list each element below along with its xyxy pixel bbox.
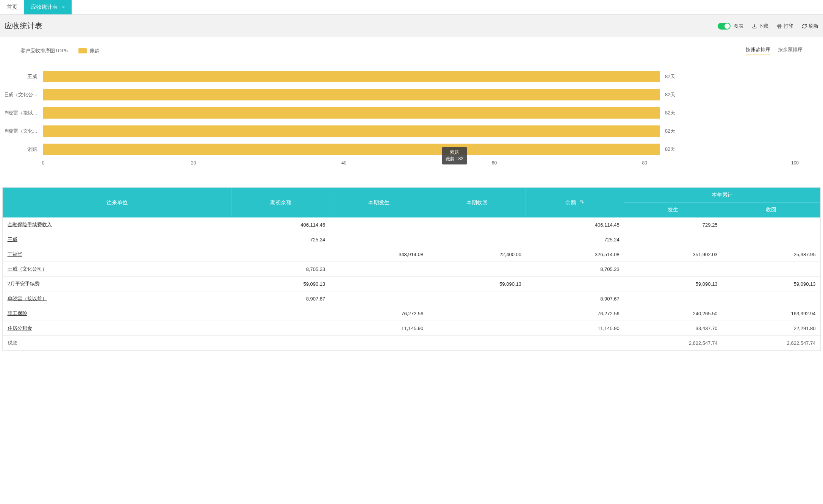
- chart-bar[interactable]: [43, 89, 660, 100]
- table-row: 王威725.24725.24: [3, 232, 820, 247]
- refresh-icon: [802, 23, 807, 29]
- tab-label: 应收统计表: [31, 4, 58, 10]
- chart-x-tick: 0: [42, 160, 45, 166]
- sort-by-balance[interactable]: 按余额排序: [778, 46, 803, 55]
- chart-x-tick: 20: [191, 160, 196, 166]
- cell-occur: [330, 336, 428, 351]
- th-year-occur[interactable]: 发生: [624, 203, 722, 218]
- chart-y-label: 王威: [5, 67, 40, 86]
- cell-balance: 8,907.67: [526, 291, 624, 306]
- cell-y_recover: 163,992.94: [722, 306, 820, 321]
- sort-by-age[interactable]: 按账龄排序: [746, 46, 770, 55]
- refresh-button[interactable]: 刷新: [802, 23, 818, 30]
- chart-x-axis: 020406080100: [43, 160, 795, 168]
- cell-occur: [330, 262, 428, 277]
- cell-recover: [428, 262, 526, 277]
- chart-bar-value: 82天: [665, 91, 675, 98]
- chart-bar[interactable]: [43, 107, 660, 119]
- chart-toggle[interactable]: 图表: [718, 23, 743, 30]
- table-row: 王威（文化公司）8,705.238,705.23: [3, 262, 820, 277]
- print-label: 打印: [784, 23, 793, 30]
- toggle-switch-icon[interactable]: [718, 23, 731, 30]
- page-header: 应收统计表 图表 下载 打印 刷新: [0, 15, 823, 37]
- cell-balance: 326,514.08: [526, 247, 624, 262]
- cell-opening: [232, 247, 330, 262]
- cell-y_recover: 22,291.80: [722, 321, 820, 336]
- unit-link[interactable]: 税款: [8, 340, 17, 346]
- table-row: 2月平安手续费59,090.1359,090.1359,090.1359,090…: [3, 277, 820, 291]
- chart-y-label: 索赔: [5, 140, 40, 158]
- cell-recover: [428, 291, 526, 306]
- header-actions: 图表 下载 打印 刷新: [718, 23, 818, 30]
- unit-link[interactable]: 王威: [8, 236, 17, 242]
- print-button[interactable]: 打印: [777, 23, 793, 30]
- cell-occur: [330, 232, 428, 247]
- cell-opening: [232, 321, 330, 336]
- chart-x-tick: 40: [341, 160, 346, 166]
- cell-y_occur: [624, 262, 722, 277]
- th-year-recover[interactable]: 收回: [722, 203, 820, 218]
- cell-y_occur: 59,090.13: [624, 277, 722, 291]
- cell-unit: 职工保险: [3, 306, 232, 321]
- sort-desc-icon: [579, 199, 584, 204]
- chart-area: 王威王威（文化公...单晓雷（接以...单晓雷（文化...索赔 82天82天82…: [43, 67, 795, 168]
- unit-link[interactable]: 丁福华: [8, 251, 22, 257]
- cell-opening: [232, 336, 330, 351]
- th-balance[interactable]: 余额: [526, 188, 624, 218]
- unit-link[interactable]: 职工保险: [8, 310, 27, 316]
- chart-x-tick: 100: [791, 160, 799, 166]
- chart-bar[interactable]: [43, 71, 660, 82]
- chart-y-label: 王威（文化公...: [5, 86, 40, 104]
- chart-bar[interactable]: [43, 125, 660, 137]
- cell-unit: 王威: [3, 232, 232, 247]
- table-head: 往来单位 期初余额 本期发生 本期收回 余额 本年累计 发生 收回: [3, 188, 820, 218]
- chart-bar[interactable]: [43, 144, 660, 155]
- th-recover[interactable]: 本期收回: [428, 188, 526, 218]
- cell-opening: 8,907.67: [232, 291, 330, 306]
- cell-recover: [428, 306, 526, 321]
- tab-receivable-stats[interactable]: 应收统计表 ×: [24, 0, 72, 14]
- cell-unit: 王威（文化公司）: [3, 262, 232, 277]
- cell-recover: 22,400.00: [428, 247, 526, 262]
- chart-toggle-label: 图表: [734, 23, 743, 30]
- th-occur[interactable]: 本期发生: [330, 188, 428, 218]
- cell-opening: 8,705.23: [232, 262, 330, 277]
- chart-header: 客户应收排序图TOP5 账龄 按账龄排序 按余额排序: [5, 45, 818, 57]
- print-icon: [777, 23, 782, 29]
- table-row: 丁福华348,914.0822,400.00326,514.08351,902.…: [3, 247, 820, 262]
- cell-unit: 丁福华: [3, 247, 232, 262]
- chart-bar-value: 82天: [665, 146, 675, 153]
- close-icon[interactable]: ×: [62, 5, 65, 10]
- th-unit[interactable]: 往来单位: [3, 188, 232, 218]
- legend-label[interactable]: 账龄: [90, 47, 100, 54]
- table-row: 住房公积金11,145.9011,145.9033,437.7022,291.8…: [3, 321, 820, 336]
- cell-y_occur: 33,437.70: [624, 321, 722, 336]
- chart-bar-row: 82天: [43, 67, 795, 86]
- unit-link[interactable]: 王威（文化公司）: [8, 266, 47, 272]
- chart-y-label: 单晓雷（接以...: [5, 104, 40, 122]
- chart-bar-row: 82天: [43, 86, 795, 104]
- download-button[interactable]: 下载: [752, 23, 768, 30]
- tab-home[interactable]: 首页: [0, 0, 24, 14]
- cell-unit: 金融保险手续费收入: [3, 218, 232, 232]
- cell-unit: 住房公积金: [3, 321, 232, 336]
- refresh-label: 刷新: [809, 23, 818, 30]
- cell-occur: [330, 277, 428, 291]
- cell-balance: 11,145.90: [526, 321, 624, 336]
- chart-sort-group: 按账龄排序 按余额排序: [746, 46, 803, 55]
- cell-y_recover: 59,090.13: [722, 277, 820, 291]
- cell-y_occur: [624, 291, 722, 306]
- cell-balance: [526, 336, 624, 351]
- cell-y_recover: [722, 218, 820, 232]
- unit-link[interactable]: 2月平安手续费: [8, 281, 40, 286]
- unit-link[interactable]: 单晓雷（接以前）: [8, 296, 47, 301]
- unit-link[interactable]: 住房公积金: [8, 325, 32, 331]
- page-title: 应收统计表: [5, 21, 42, 31]
- cell-recover: [428, 218, 526, 232]
- cell-opening: 59,090.13: [232, 277, 330, 291]
- th-opening[interactable]: 期初余额: [232, 188, 330, 218]
- cell-unit: 单晓雷（接以前）: [3, 291, 232, 306]
- chart-bar-row: 82天: [43, 140, 795, 158]
- unit-link[interactable]: 金融保险手续费收入: [8, 222, 52, 227]
- data-table: 往来单位 期初余额 本期发生 本期收回 余额 本年累计 发生 收回 金融保险手续…: [3, 188, 820, 351]
